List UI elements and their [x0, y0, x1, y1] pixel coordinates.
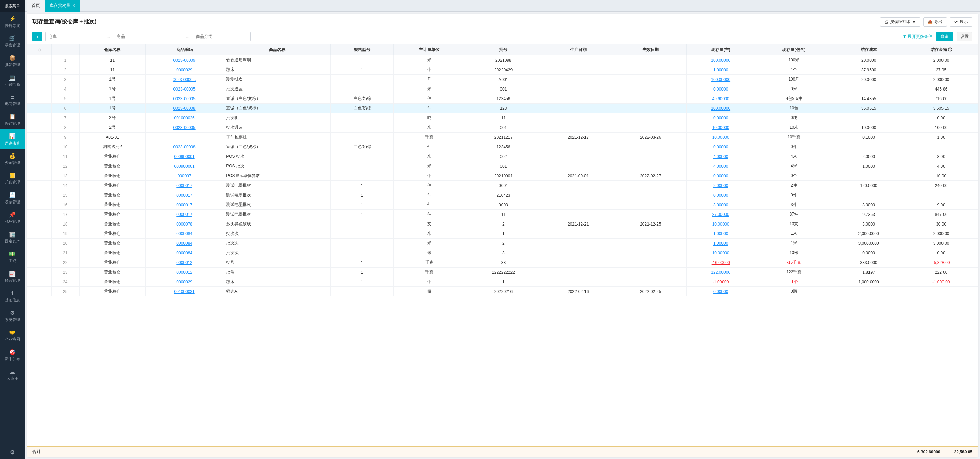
sidebar-item-small-ecom[interactable]: 💻 小账电商 — [0, 71, 25, 91]
table-row: 25营业粒仓001000031鲜肉A瓶202202162022-02-16202… — [27, 287, 978, 296]
sidebar-item-tax[interactable]: 📌 税务管理 — [0, 208, 25, 228]
table-cell[interactable] — [27, 113, 51, 123]
settings-button[interactable]: 设置 — [956, 32, 972, 41]
table-cell: 0.00000 — [687, 142, 755, 152]
table-cell: 营业粒仓 — [79, 239, 145, 248]
table-cell — [614, 190, 687, 200]
sidebar-item-management[interactable]: 📈 经营管理 — [0, 267, 25, 287]
footer-values: 6,302.60000 32,589.05 — [917, 450, 972, 454]
tab-home[interactable]: 首页 — [27, 0, 45, 12]
table-cell — [833, 190, 904, 200]
sidebar-item-invoice[interactable]: 🧾 发票管理 — [0, 188, 25, 208]
table-cell[interactable] — [27, 190, 51, 200]
table-cell: 0000029 — [146, 277, 223, 287]
table-cell[interactable] — [27, 94, 51, 104]
sidebar-item-guide[interactable]: 🎯 新手引导 — [0, 345, 25, 365]
product-input[interactable] — [114, 34, 182, 39]
table-cell: 11 — [79, 56, 145, 65]
sidebar-item-basic-info[interactable]: ℹ 基础信息 — [0, 287, 25, 306]
table-cell[interactable] — [27, 268, 51, 277]
table-cell[interactable] — [27, 171, 51, 181]
table-cell — [542, 123, 614, 132]
table-cell: 4 — [51, 84, 79, 94]
sidebar-item-finance[interactable]: 💰 资金管理 — [0, 149, 25, 169]
table-row: 16营业粒仓0000017测试电墨批次1件00033.000003件3.0000… — [27, 200, 978, 210]
table-cell[interactable] — [27, 239, 51, 248]
display-button[interactable]: 👁 展示 — [950, 17, 972, 27]
table-cell — [331, 229, 394, 239]
warehouse-input[interactable] — [46, 34, 103, 39]
table-cell: 0米 — [755, 84, 834, 94]
table-cell: 000900001 — [146, 152, 223, 161]
table-cell[interactable] — [27, 229, 51, 239]
filter-arrow-button[interactable]: › — [32, 32, 42, 41]
table-cell[interactable] — [27, 258, 51, 268]
table-cell: 件 — [394, 104, 465, 113]
table-cell — [542, 248, 614, 258]
sidebar-item-fixed-assets[interactable]: 🏢 固定资产 — [0, 228, 25, 247]
sidebar-item-purchase[interactable]: 📋 采购管理 — [0, 110, 25, 129]
table-cell[interactable] — [27, 210, 51, 219]
table-cell[interactable] — [27, 65, 51, 75]
export-button[interactable]: 📤 导出 — [923, 17, 947, 27]
table-cell — [614, 277, 687, 287]
table-cell: 0吨 — [755, 113, 834, 123]
table-cell — [542, 268, 614, 277]
table-cell: 宣诚（白色/奶棕） — [223, 142, 331, 152]
table-cell: 件 — [394, 94, 465, 104]
sidebar-item-ecom[interactable]: 🖥 电商管理 — [0, 91, 25, 110]
print-button[interactable]: 🖨 按模板打印 ▼ — [880, 17, 920, 27]
table-cell: 000097 — [146, 171, 223, 181]
table-cell: 0023-00005 — [146, 94, 223, 104]
table-row: 1110023-00009软软通用啊啊米2021098100.00000100米… — [27, 56, 978, 65]
table-cell: 10米 — [755, 123, 834, 132]
filter-expand-button[interactable]: ▼ 展开更多条件 — [902, 34, 932, 40]
table-cell: 件 — [394, 210, 465, 219]
table-cell — [542, 113, 614, 123]
table-cell[interactable] — [27, 219, 51, 229]
table-cell[interactable] — [27, 142, 51, 152]
table-cell: 个 — [394, 277, 465, 287]
table-cell[interactable] — [27, 152, 51, 161]
table-cell[interactable] — [27, 123, 51, 132]
table-cell — [331, 161, 394, 171]
category-input[interactable] — [193, 34, 250, 39]
sidebar-item-payroll[interactable]: 💵 工资 — [0, 247, 25, 267]
sidebar-item-collab[interactable]: 🤝 企业协同 — [0, 326, 25, 345]
tab-close-icon[interactable]: ✕ — [72, 3, 75, 8]
table-cell[interactable] — [27, 181, 51, 190]
table-cell[interactable] — [27, 56, 51, 65]
sidebar-item-wholesale[interactable]: 📦 批发管理 — [0, 51, 25, 71]
search-button[interactable]: 查询 — [936, 32, 953, 41]
table-cell[interactable] — [27, 277, 51, 287]
table-cell[interactable] — [27, 104, 51, 113]
table-cell: 847.06 — [904, 210, 978, 219]
tax-icon: 📌 — [9, 212, 16, 218]
sidebar-item-ledger[interactable]: 📒 总账管理 — [0, 169, 25, 188]
product-filter — [114, 32, 183, 41]
sidebar-item-inventory[interactable]: 📊 库存核算 — [0, 129, 25, 149]
table-cell[interactable] — [27, 75, 51, 84]
table-cell: 240.00 — [904, 181, 978, 190]
sidebar-item-cloud[interactable]: ☁ 云应用 — [0, 365, 25, 385]
sidebar-item-quick-nav[interactable]: ⚡ 快捷导航 — [0, 12, 25, 32]
table-cell[interactable] — [27, 248, 51, 258]
table-cell[interactable] — [27, 132, 51, 142]
sidebar-item-retail[interactable]: 🛒 零售管理 — [0, 32, 25, 51]
table-cell: 22 — [51, 258, 79, 268]
table-cell: 2 — [465, 219, 542, 229]
table-cell[interactable] — [27, 161, 51, 171]
sidebar-logo[interactable]: 搜索菜单 — [0, 0, 25, 12]
table-cell[interactable] — [27, 200, 51, 210]
table-cell — [542, 142, 614, 152]
quick-nav-icon: ⚡ — [9, 16, 16, 22]
table-cell: 210423 — [465, 190, 542, 200]
sidebar-settings-icon[interactable]: ⚙ — [0, 446, 25, 459]
table-cell: 测测批次 — [223, 75, 331, 84]
tab-inventory-batch[interactable]: 库存批次量 ✕ — [45, 0, 80, 12]
export-icon: 📤 — [928, 20, 933, 24]
table-cell — [331, 287, 394, 296]
sidebar-item-system[interactable]: ⚙ 系统管理 — [0, 306, 25, 326]
table-cell[interactable] — [27, 287, 51, 296]
table-cell[interactable] — [27, 84, 51, 94]
